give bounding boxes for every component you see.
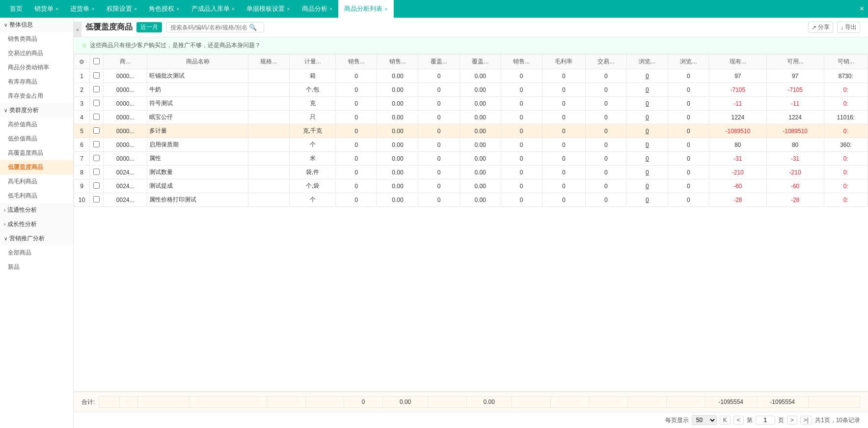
sidebar-section-flow[interactable]: › 流通性分析	[0, 203, 73, 217]
row-checkbox[interactable]	[93, 127, 100, 134]
col-trans[interactable]: 交易...	[585, 55, 626, 69]
row-checkbox[interactable]	[93, 141, 100, 147]
window-close-button[interactable]: ×	[860, 4, 864, 13]
cell-browse1[interactable]: 0	[626, 193, 668, 207]
col-sales-days[interactable]: 销售...	[501, 55, 542, 69]
sidebar-item-low-coverage[interactable]: 低覆盖度商品	[0, 160, 73, 174]
cell-checkbox[interactable]	[90, 69, 104, 83]
table-container[interactable]: ⚙ 商... 商品名称 规格... 计量... 销售... 销售... 覆盖..…	[74, 54, 868, 391]
cell-browse1[interactable]: 0	[626, 124, 668, 138]
cell-browse1[interactable]: 0	[626, 179, 668, 193]
first-page-button[interactable]: K	[720, 416, 731, 425]
col-sales-amt[interactable]: 销售...	[377, 55, 418, 69]
cell-checkbox[interactable]	[90, 152, 104, 166]
row-checkbox[interactable]	[93, 169, 100, 175]
close-icon[interactable]: ×	[134, 6, 137, 12]
close-icon[interactable]: ×	[329, 6, 332, 12]
cell-checkbox[interactable]	[90, 193, 104, 207]
nav-tab-sales[interactable]: 销货单 ×	[28, 0, 64, 18]
browse-link[interactable]: 0	[646, 155, 649, 162]
sidebar-item-category-rate[interactable]: 商品分类动销率	[0, 60, 73, 75]
col-code[interactable]: 商...	[104, 55, 147, 69]
sidebar-item-all-goods[interactable]: 全部商品	[0, 246, 73, 260]
sidebar-item-sales-goods[interactable]: 销售类商品	[0, 32, 73, 46]
cell-browse1[interactable]: 0	[626, 69, 668, 83]
browse-link[interactable]: 0	[646, 128, 649, 135]
col-browse2[interactable]: 浏览...	[668, 55, 709, 69]
col-spec[interactable]: 规格...	[248, 55, 289, 69]
prev-page-button[interactable]: <	[733, 416, 744, 425]
sidebar-collapse-button[interactable]: «	[74, 22, 81, 37]
next-page-button[interactable]: >	[787, 416, 797, 425]
close-icon[interactable]: ×	[176, 6, 179, 12]
share-button[interactable]: ↗ 分享	[808, 22, 833, 33]
nav-tab-purchase[interactable]: 进货单 ×	[64, 0, 100, 18]
browse-link[interactable]: 0	[646, 183, 649, 190]
browse-link[interactable]: 0	[646, 114, 649, 121]
sidebar-item-high-coverage[interactable]: 高覆盖度商品	[0, 146, 73, 160]
sidebar-item-traded-goods[interactable]: 交易过的商品	[0, 46, 73, 60]
search-input[interactable]	[170, 24, 249, 31]
col-coverage1[interactable]: 覆盖...	[418, 55, 460, 69]
col-gross-rate[interactable]: 毛利率	[542, 55, 585, 69]
close-icon[interactable]: ×	[232, 6, 235, 12]
row-checkbox[interactable]	[93, 196, 100, 202]
col-unit[interactable]: 计量...	[289, 55, 336, 69]
cell-checkbox[interactable]	[90, 179, 104, 193]
browse-link[interactable]: 0	[646, 100, 649, 107]
cell-checkbox[interactable]	[90, 124, 104, 138]
select-all-checkbox[interactable]	[93, 58, 100, 64]
nav-tab-templates[interactable]: 单据模板设置 ×	[241, 0, 296, 18]
col-sales-qty[interactable]: 销售...	[336, 55, 377, 69]
nav-tab-analysis[interactable]: 商品分析 ×	[296, 0, 338, 18]
sidebar-item-inventory-goods[interactable]: 有库存商品	[0, 75, 73, 89]
cell-checkbox[interactable]	[90, 83, 104, 97]
period-button[interactable]: 近一月	[136, 22, 162, 32]
col-browse1[interactable]: 浏览...	[626, 55, 668, 69]
col-coverage2[interactable]: 覆盖...	[460, 55, 501, 69]
nav-tab-analysis-list[interactable]: 商品分析列表 ×	[338, 0, 393, 18]
col-name[interactable]: 商品名称	[147, 55, 248, 69]
cell-browse1[interactable]: 0	[626, 97, 668, 111]
close-icon[interactable]: ×	[91, 6, 94, 12]
col-checkbox[interactable]	[90, 55, 104, 69]
sidebar-item-inventory-capital[interactable]: 库存资金占用	[0, 89, 73, 103]
export-button[interactable]: ↓ 导出	[837, 22, 860, 33]
sidebar-item-new-goods[interactable]: 新品	[0, 260, 73, 274]
row-checkbox[interactable]	[93, 72, 100, 79]
cell-browse1[interactable]: 0	[626, 138, 668, 152]
page-size-select[interactable]: 50 10 20 100	[692, 415, 717, 425]
row-checkbox[interactable]	[93, 114, 100, 120]
sidebar-section-marketing[interactable]: ∨ 营销推广分析	[0, 231, 73, 246]
cell-checkbox[interactable]	[90, 97, 104, 111]
sidebar-item-low-value[interactable]: 低价值商品	[0, 132, 73, 146]
cell-checkbox[interactable]	[90, 138, 104, 152]
cell-browse1[interactable]: 0	[626, 83, 668, 97]
row-checkbox[interactable]	[93, 86, 100, 92]
col-saleable[interactable]: 可销...	[824, 55, 868, 69]
row-checkbox[interactable]	[93, 182, 100, 189]
page-number-input[interactable]	[756, 416, 775, 425]
sidebar-item-high-gross[interactable]: 高毛利商品	[0, 174, 73, 189]
sidebar-section-growth[interactable]: › 成长性分析	[0, 217, 73, 231]
nav-tab-products[interactable]: 产成品入库单 ×	[186, 0, 241, 18]
cell-browse1[interactable]: 0	[626, 111, 668, 124]
nav-tab-roles[interactable]: 角色授权 ×	[143, 0, 185, 18]
sidebar-section-overall[interactable]: ∨ 整体信息	[0, 18, 73, 32]
close-icon[interactable]: ×	[55, 6, 58, 12]
col-current[interactable]: 现有...	[709, 55, 767, 69]
nav-tab-home[interactable]: 首页	[4, 0, 28, 18]
cell-checkbox[interactable]	[90, 111, 104, 124]
cell-checkbox[interactable]	[90, 166, 104, 179]
close-icon[interactable]: ×	[287, 6, 290, 12]
close-icon[interactable]: ×	[384, 6, 387, 12]
row-checkbox[interactable]	[93, 155, 100, 161]
row-checkbox[interactable]	[93, 100, 100, 106]
browse-link[interactable]: 0	[646, 73, 649, 80]
col-available[interactable]: 可用...	[766, 55, 824, 69]
browse-link[interactable]: 0	[646, 197, 649, 203]
browse-link[interactable]: 0	[646, 142, 649, 148]
cell-browse1[interactable]: 0	[626, 152, 668, 166]
sidebar-item-low-gross[interactable]: 低毛利商品	[0, 189, 73, 203]
col-settings[interactable]: ⚙	[74, 55, 90, 69]
